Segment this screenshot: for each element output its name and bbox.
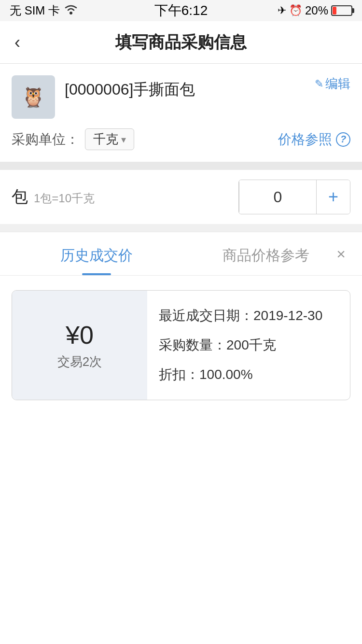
tabs-header: 历史成交价 商品价格参考 ×: [0, 232, 362, 276]
tab-product-price-ref[interactable]: 商品价格参考: [181, 232, 350, 275]
quantity-plus-button[interactable]: +: [316, 180, 350, 214]
quantity-row: 包 1包=10千克 +: [0, 170, 362, 224]
back-button[interactable]: ‹: [10, 28, 25, 57]
product-image: 🦉: [12, 75, 55, 119]
page-title: 填写商品采购信息: [115, 31, 247, 54]
price-number: 0: [80, 321, 94, 349]
nav-bar: ‹ 填写商品采购信息: [0, 21, 362, 64]
wifi-icon: [64, 4, 78, 17]
tabs-close-button[interactable]: ×: [332, 240, 350, 267]
status-bar: 无 SIM 卡 下午6:12 ✈ ⏰ 20%: [0, 0, 362, 21]
section-divider: [0, 162, 362, 170]
product-card: 🦉 [0000006]手撕面包 ✎ 编辑 采购单位： 千克 ▾ 价格参照 ?: [0, 64, 362, 162]
purchase-qty-row: 采购数量：200千克: [159, 335, 338, 356]
discount-label: 折扣：: [159, 367, 199, 382]
purchase-qty-value: 200千克: [226, 337, 276, 352]
history-price-section: ¥0 交易2次: [12, 291, 147, 400]
battery-fill: [333, 7, 336, 14]
edit-label: 编辑: [325, 75, 350, 92]
unit-value: 千克: [93, 131, 118, 148]
quantity-controls: +: [238, 180, 350, 214]
product-header: 🦉 [0000006]手撕面包 ✎ 编辑: [12, 75, 350, 119]
edit-pencil-icon: ✎: [315, 78, 323, 90]
product-name: [0000006]手撕面包: [65, 77, 315, 100]
tab-history-label: 历史成交价: [60, 247, 133, 263]
chevron-down-icon: ▾: [121, 134, 126, 145]
currency-symbol: ¥: [66, 321, 80, 349]
recent-date-label: 最近成交日期：: [159, 308, 253, 323]
edit-button[interactable]: ✎ 编辑: [315, 75, 350, 92]
price-ref-info-icon: ?: [336, 132, 350, 147]
alarm-icon: ⏰: [289, 4, 302, 17]
unit-label: 采购单位： 千克 ▾: [12, 128, 134, 150]
status-left: 无 SIM 卡: [10, 3, 78, 18]
price-ref-label: 价格参照: [278, 130, 332, 149]
gps-icon: ✈: [278, 4, 286, 17]
recent-date-row: 最近成交日期：2019-12-30: [159, 305, 338, 327]
history-content: ¥0 交易2次 最近成交日期：2019-12-30 采购数量：200千克 折扣：…: [0, 276, 362, 415]
discount-row: 折扣：100.00%: [159, 364, 338, 386]
history-details: 最近成交日期：2019-12-30 采购数量：200千克 折扣：100.00%: [147, 291, 350, 400]
quantity-input[interactable]: [239, 180, 316, 214]
bottom-area: [0, 415, 362, 644]
history-card: ¥0 交易2次 最近成交日期：2019-12-30 采购数量：200千克 折扣：…: [12, 290, 350, 400]
purchase-qty-label: 采购数量：: [159, 337, 226, 352]
recent-date-value: 2019-12-30: [253, 308, 322, 323]
product-id: [0000006]: [65, 81, 133, 98]
product-unit-row: 采购单位： 千克 ▾ 价格参照 ?: [12, 128, 350, 150]
battery-icon: [331, 5, 352, 16]
history-price-value: ¥0: [66, 321, 94, 350]
quantity-unit: 包 1包=10千克: [12, 186, 95, 208]
battery-percent: 20%: [305, 4, 328, 17]
price-ref-button[interactable]: 价格参照 ?: [278, 130, 350, 149]
tabs-container: 历史成交价 商品价格参考 × ¥0 交易2次 最近成交日期：2019-12-30…: [0, 232, 362, 415]
trade-count: 交易2次: [57, 353, 102, 370]
quantity-conversion: 1包=10千克: [34, 191, 95, 206]
tab-history-price[interactable]: 历史成交价: [12, 232, 181, 275]
quantity-unit-label: 包: [12, 186, 28, 208]
status-right: ✈ ⏰ 20%: [278, 4, 352, 17]
carrier-text: 无 SIM 卡: [10, 3, 60, 18]
tab-product-label: 商品价格参考: [223, 247, 309, 263]
product-logo-icon: 🦉: [21, 86, 45, 109]
svg-point-0: [70, 12, 72, 14]
product-info: 🦉 [0000006]手撕面包: [12, 75, 315, 119]
unit-label-text: 采购单位：: [12, 130, 79, 149]
discount-value: 100.00%: [199, 367, 253, 382]
status-time: 下午6:12: [154, 1, 208, 20]
unit-select[interactable]: 千克 ▾: [85, 128, 134, 150]
product-title: 手撕面包: [133, 81, 195, 98]
